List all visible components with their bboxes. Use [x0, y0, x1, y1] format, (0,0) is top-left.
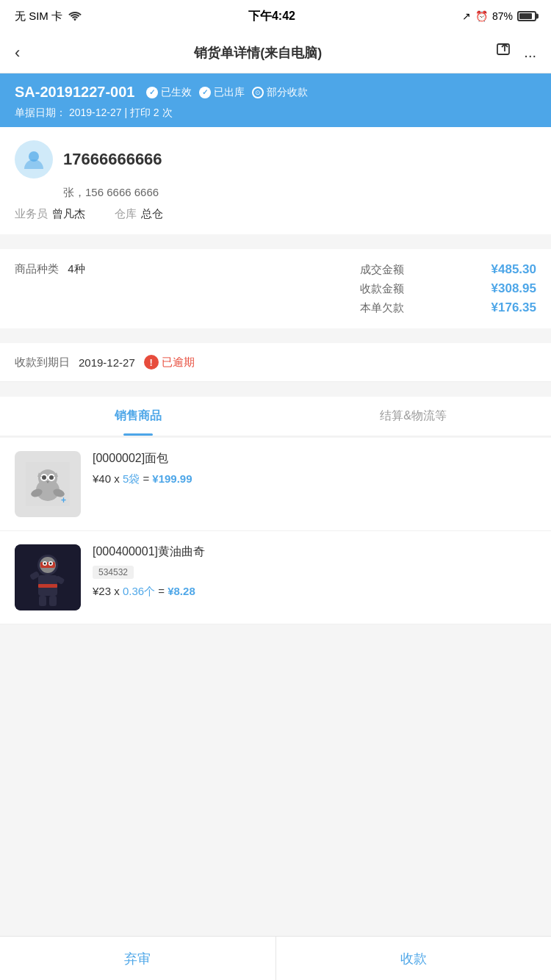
status-tag-shipped: ✓ 已出库 [199, 86, 245, 99]
due-date-value: 2019-12-27 [79, 356, 135, 369]
status-label-1: 已生效 [161, 86, 192, 99]
stats-right: 成交金额 ¥485.30 收款金额 ¥308.95 本单欠款 ¥176.35 [360, 262, 536, 315]
product-item: + [0000002]面包 ¥40 x 5袋 = ¥199.99 [0, 438, 551, 531]
print-unit-label: 次 [162, 107, 173, 118]
tab-label-1: 销售商品 [115, 409, 162, 422]
clock-icon: ⊙ [252, 87, 264, 98]
amount-value: ¥485.30 [491, 262, 536, 277]
tabs-container: 销售商品 结算&物流等 [0, 397, 551, 436]
warehouse-label: 仓库 [115, 207, 137, 221]
status-right: ↗ ⏰ 87% [462, 10, 536, 22]
owing-row: 本单欠款 ¥176.35 [360, 300, 536, 315]
product-total-1: ¥199.99 [152, 472, 192, 485]
status-time: 下午4:42 [248, 9, 295, 24]
product-total-2: ¥8.28 [168, 585, 195, 597]
reject-label: 弃审 [124, 950, 151, 968]
collected-row: 收款金额 ¥308.95 [360, 281, 536, 296]
product-info-1: [0000002]面包 ¥40 x 5袋 = ¥199.99 [93, 451, 536, 486]
bottom-bar: 弃审 收款 [0, 936, 551, 980]
product-thumb-1: + [15, 451, 81, 517]
print-count-value: 2 [154, 107, 159, 118]
warehouse-item: 仓库 总仓 [115, 207, 163, 221]
owing-label: 本单欠款 [360, 301, 404, 315]
status-label-2: 已出库 [214, 86, 245, 99]
alarm-icon: ⏰ [475, 10, 488, 22]
customer-phone-number: 17666666666 [63, 150, 162, 169]
battery-icon [517, 11, 536, 21]
share-icon[interactable] [496, 43, 512, 62]
tab-sales-products[interactable]: 销售商品 [0, 397, 276, 436]
order-status-tags: ✓ 已生效 ✓ 已出库 ⊙ 部分收款 [146, 86, 308, 99]
product-name-2: [000400001]黄油曲奇 [93, 544, 536, 560]
reject-button[interactable]: 弃审 [0, 937, 276, 980]
product-image-2 [15, 544, 81, 610]
product-info-2: [000400001]黄油曲奇 534532 ¥23 x 0.36个 = ¥8.… [93, 544, 536, 599]
svg-rect-16 [40, 562, 55, 568]
product-item-2: [000400001]黄油曲奇 534532 ¥23 x 0.36个 = ¥8.… [0, 531, 551, 624]
nav-actions: ... [496, 43, 536, 62]
svg-point-8 [42, 475, 46, 480]
due-label: 收款到期日 [15, 356, 70, 370]
date-label: 单据日期： [15, 107, 66, 118]
svg-rect-26 [49, 596, 57, 606]
stats-section: 商品种类 4种 成交金额 ¥485.30 收款金额 ¥308.95 本单欠款 ¥… [0, 249, 551, 328]
check-icon-1: ✓ [146, 87, 158, 98]
order-id: SA-20191227-001 [15, 84, 134, 101]
customer-section: 17666666666 张，156 6666 6666 业务员 曾凡杰 仓库 总… [0, 127, 551, 234]
order-banner: SA-20191227-001 ✓ 已生效 ✓ 已出库 ⊙ 部分收款 单据日期：… [0, 73, 551, 127]
product-sku-2: 534532 [93, 566, 134, 579]
customer-name-phone: 张，156 6666 6666 [15, 186, 536, 200]
customer-meta: 业务员 曾凡杰 仓库 总仓 [15, 207, 536, 221]
product-price-1: ¥40 x [93, 472, 123, 485]
overdue-icon: ! [144, 355, 159, 370]
svg-rect-22 [38, 584, 57, 588]
product-price-row-1: ¥40 x 5袋 = ¥199.99 [93, 472, 536, 486]
back-button[interactable]: ‹ [15, 43, 20, 62]
separator-1 [0, 234, 551, 242]
product-equals-2: = [158, 585, 168, 597]
owing-value: ¥176.35 [491, 300, 536, 315]
battery-percent: 87% [492, 10, 513, 22]
overdue-text: 已逾期 [162, 356, 195, 370]
sales-person-item: 业务员 曾凡杰 [15, 207, 85, 221]
collected-label: 收款金额 [360, 282, 404, 296]
sales-value: 曾凡杰 [52, 207, 85, 221]
status-tag-partial: ⊙ 部分收款 [252, 86, 308, 99]
tab-settlement[interactable]: 结算&物流等 [276, 397, 551, 436]
more-icon[interactable]: ... [524, 44, 536, 61]
separator-3 [0, 382, 551, 389]
product-types-value: 4种 [68, 262, 84, 275]
print-label: 打印 [130, 107, 151, 118]
customer-avatar [15, 140, 53, 179]
print-separator: | [124, 107, 130, 118]
nav-bar: ‹ 销货单详情(来自电脑) ... [0, 32, 551, 73]
wifi-icon [68, 10, 82, 23]
collected-value: ¥308.95 [491, 281, 536, 296]
collect-button[interactable]: 收款 [276, 937, 552, 980]
svg-text:+: + [61, 495, 66, 505]
status-tag-effective: ✓ 已生效 [146, 86, 192, 99]
product-qty-2: 0.36个 [123, 585, 155, 597]
product-list: + [0000002]面包 ¥40 x 5袋 = ¥199.99 [0, 438, 551, 624]
product-types-label: 商品种类 [15, 262, 59, 275]
order-date: 2019-12-27 [69, 107, 122, 118]
collect-label: 收款 [400, 950, 427, 968]
due-section: 收款到期日 2019-12-27 ! 已逾期 [0, 343, 551, 382]
svg-point-9 [49, 475, 54, 480]
product-thumb-2 [15, 544, 81, 610]
product-image-1: + [15, 451, 81, 517]
svg-point-19 [44, 563, 46, 565]
product-price-2: ¥23 x [93, 585, 123, 597]
svg-point-20 [50, 563, 52, 565]
order-date-row: 单据日期： 2019-12-27 | 打印 2 次 [15, 107, 536, 120]
warehouse-value: 总仓 [141, 207, 163, 221]
tab-label-2: 结算&物流等 [380, 409, 447, 422]
product-price-row-2: ¥23 x 0.36个 = ¥8.28 [93, 585, 536, 599]
status-label-3: 部分收款 [267, 86, 308, 99]
separator-2 [0, 328, 551, 336]
overdue-badge: ! 已逾期 [144, 355, 195, 370]
svg-rect-25 [39, 596, 46, 606]
amount-label: 成交金额 [360, 263, 404, 277]
product-name-1: [0000002]面包 [93, 451, 536, 466]
product-types-item: 商品种类 4种 [15, 262, 85, 276]
